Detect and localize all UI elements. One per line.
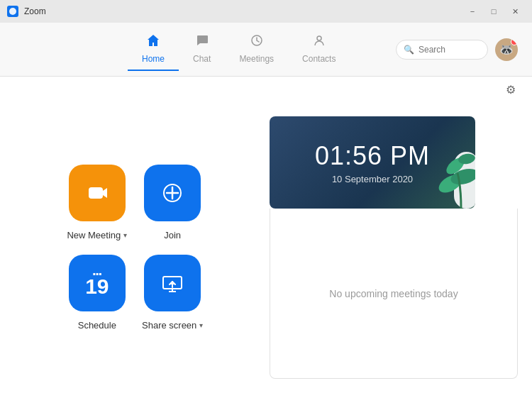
nav-right: 🔍 🦝 (396, 38, 518, 61)
avatar-badge (511, 38, 518, 45)
nav-tabs: Home Chat Meetings (128, 28, 350, 71)
svg-rect-3 (89, 187, 103, 199)
share-screen-chevron: ▾ (199, 321, 203, 329)
tab-home[interactable]: Home (128, 28, 179, 71)
clock-display: 01:56 PM 10 September 2020 (315, 141, 430, 184)
tab-contacts[interactable]: Contacts (288, 28, 350, 71)
schedule-item[interactable]: ▪▪▪ 19 Schedule (67, 255, 128, 331)
join-button[interactable] (144, 165, 201, 221)
main-window: Home Chat Meetings (0, 23, 532, 393)
share-screen-item[interactable]: Share screen ▾ (142, 255, 203, 331)
share-screen-button[interactable] (144, 255, 201, 311)
search-icon: 🔍 (404, 45, 414, 55)
new-meeting-chevron: ▾ (123, 231, 127, 239)
contacts-icon (312, 33, 326, 51)
new-meeting-label: New Meeting ▾ (67, 230, 127, 240)
avatar[interactable]: 🦝 (495, 38, 518, 61)
nav-bar: Home Chat Meetings (0, 23, 532, 77)
home-icon (146, 33, 160, 51)
minimize-button[interactable]: − (462, 4, 482, 18)
no-meetings-message: No upcoming meetings today (329, 288, 458, 299)
svg-marker-4 (103, 188, 107, 198)
join-label: Join (164, 230, 181, 240)
current-date: 10 September 2020 (315, 174, 430, 184)
share-screen-label: Share screen ▾ (142, 320, 203, 331)
new-meeting-button[interactable] (69, 165, 126, 221)
svg-point-2 (317, 36, 321, 40)
upcoming-meetings-panel: No upcoming meetings today (270, 209, 518, 379)
tab-meetings-label: Meetings (239, 54, 274, 64)
tab-meetings[interactable]: Meetings (225, 28, 288, 71)
tab-chat[interactable]: Chat (179, 28, 225, 71)
tab-contacts-label: Contacts (302, 54, 336, 64)
left-panel: New Meeting ▾ Join (14, 116, 255, 379)
maximize-button[interactable]: □ (484, 4, 504, 18)
content-area: New Meeting ▾ Join (0, 102, 532, 393)
schedule-label: Schedule (78, 320, 116, 331)
calendar-icon: ▪▪▪ 19 (69, 255, 126, 311)
tab-home-label: Home (142, 54, 165, 64)
action-grid: New Meeting ▾ Join (52, 150, 218, 345)
right-panel: 01:56 PM 10 September 2020 No upcoming m… (270, 116, 518, 379)
window-controls: − □ ✕ (462, 4, 525, 18)
gear-icon: ⚙ (506, 83, 516, 96)
chat-icon (195, 33, 209, 51)
meetings-icon (250, 33, 264, 51)
join-item[interactable]: Join (142, 165, 203, 240)
tab-chat-label: Chat (193, 54, 211, 64)
search-input[interactable] (419, 45, 475, 55)
new-meeting-item[interactable]: New Meeting ▾ (67, 165, 128, 240)
settings-button[interactable]: ⚙ (501, 79, 521, 99)
clock-card: 01:56 PM 10 September 2020 (270, 116, 475, 209)
zoom-icon (7, 6, 18, 17)
schedule-button[interactable]: ▪▪▪ 19 (69, 255, 126, 311)
title-bar-left: Zoom (7, 6, 46, 17)
plant-decoration (426, 138, 475, 209)
settings-bar: ⚙ (0, 77, 532, 102)
current-time: 01:56 PM (315, 141, 430, 171)
search-box[interactable]: 🔍 (396, 40, 488, 60)
title-bar: Zoom − □ ✕ (0, 0, 532, 23)
close-button[interactable]: ✕ (505, 4, 525, 18)
svg-point-0 (9, 8, 16, 15)
app-title: Zoom (24, 6, 46, 16)
